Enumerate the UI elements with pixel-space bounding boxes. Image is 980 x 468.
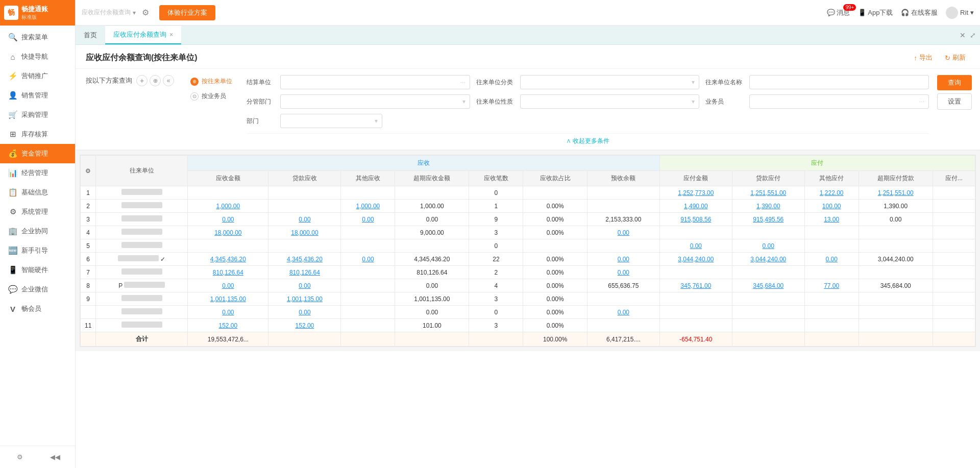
footer-settings-btn[interactable]: ⚙ [4, 450, 36, 464]
ar-loan-cell[interactable]: 4,345,436.20 [268, 253, 341, 266]
messages-btn[interactable]: 💬 消息 99+ [827, 8, 850, 17]
unit-category-input[interactable]: ▾ [520, 75, 700, 89]
export-btn[interactable]: ↑ 导出 [910, 51, 937, 64]
ar-amount-cell[interactable]: 1,000.00 [188, 200, 268, 213]
option-icon: ⊕ [190, 78, 199, 86]
tab-close-window-icon[interactable]: ✕ [960, 31, 966, 39]
ap-loan-cell[interactable]: 345,684.00 [732, 279, 804, 292]
ar-loan-cell[interactable]: 0.00 [268, 213, 341, 226]
sidebar-item-purchase[interactable]: 🛒 采购管理 [0, 105, 75, 125]
refresh-icon: ↻ [945, 54, 950, 62]
add-scheme-btn[interactable]: + [136, 75, 148, 86]
ar-amount-cell[interactable]: 810,126.64 [188, 266, 268, 279]
ar-advance-cell[interactable]: 0.00 [587, 253, 659, 266]
ap-other-cell[interactable]: 77.00 [804, 279, 859, 292]
sidebar-item-quick-nav[interactable]: ⌂ 快捷导航 [0, 47, 75, 66]
ar-advance-cell [587, 239, 659, 253]
tab-close-icon[interactable]: × [169, 31, 173, 38]
ar-amount-cell[interactable]: 0.00 [188, 213, 268, 226]
settlement-unit-input[interactable]: ··· [280, 75, 470, 89]
ar-loan-cell[interactable]: 0.00 [268, 306, 341, 319]
sidebar-item-system[interactable]: ⚙ 系统管理 [0, 202, 75, 221]
ar-loan-cell[interactable]: 0.00 [268, 279, 341, 292]
ap-amount-cell[interactable]: 1,252,773.00 [659, 186, 732, 200]
mode-btn[interactable]: ⊕ [150, 75, 161, 86]
ap-loan-cell[interactable]: 1,390.00 [732, 200, 804, 213]
tab-maximize-icon[interactable]: ⤢ [970, 31, 976, 39]
ar-other-cell [341, 306, 395, 319]
settings-btn[interactable]: 设置 [937, 93, 972, 110]
ar-ratio-cell: 0.00% [523, 253, 587, 266]
table-row: 8 P 0.00 0.00 0.00 4 0.00% 655,636.75 34… [81, 279, 975, 292]
sidebar-item-hardware[interactable]: 📱 智能硬件 [0, 260, 75, 280]
ap-amount-cell[interactable]: 345,761.00 [659, 279, 732, 292]
trial-btn[interactable]: 体验行业方案 [159, 5, 215, 20]
sidebar-item-sales[interactable]: 👤 销售管理 [0, 86, 75, 105]
ap-amount-cell[interactable]: 1,490.00 [659, 200, 732, 213]
ar-count-cell: 2 [469, 266, 523, 279]
ap-amount-cell[interactable]: 3,044,240.00 [659, 253, 732, 266]
ap-loan-cell[interactable]: 1,251,551.00 [732, 186, 804, 200]
footer-collapse-btn[interactable]: ◀◀ [40, 450, 71, 464]
sidebar-item-basic[interactable]: 📋 基础信息 [0, 183, 75, 202]
sidebar-item-inventory[interactable]: ⊞ 库存核算 [0, 125, 75, 144]
collapse-btn[interactable]: ∧ 收起更多条件 [566, 137, 609, 144]
ap-overdue-cell[interactable]: 1,251,551.00 [859, 186, 933, 200]
ar-loan-cell[interactable]: 152.00 [268, 319, 341, 332]
topbar-settings-icon[interactable]: ⚙ [142, 8, 149, 17]
breadcrumb-dropdown-icon[interactable]: ▾ [133, 9, 136, 16]
ar-amount-cell[interactable]: 152.00 [188, 319, 268, 332]
ap-other-cell[interactable]: 13.00 [804, 213, 859, 226]
ar-amount-cell[interactable]: 4,345,436.20 [188, 253, 268, 266]
ar-other-cell[interactable]: 0.00 [341, 213, 395, 226]
ar-other-cell[interactable]: 0.00 [341, 253, 395, 266]
ap-loan-cell[interactable]: 915,495.56 [732, 213, 804, 226]
sidebar-item-marketing[interactable]: ⚡ 营销推广 [0, 66, 75, 86]
collapse-scheme-btn[interactable]: « [163, 75, 174, 86]
ar-advance-cell[interactable]: 0.00 [587, 266, 659, 279]
ap-other-cell[interactable]: 100.00 [804, 200, 859, 213]
ar-advance-cell[interactable]: 0.00 [587, 306, 659, 319]
ar-loan-cell[interactable]: 18,000.00 [268, 226, 341, 239]
app-download-label: App下载 [868, 9, 893, 16]
user-menu[interactable]: Rit ▾ [946, 7, 974, 19]
ap-amount-cell[interactable]: 915,508.56 [659, 213, 732, 226]
sidebar-item-search[interactable]: 🔍 搜索菜单 [0, 28, 75, 47]
ar-advance-cell[interactable]: 0.00 [587, 226, 659, 239]
ap-other-cell[interactable]: 0.00 [804, 253, 859, 266]
sidebar-item-finance[interactable]: 💰 资金管理 [0, 144, 75, 163]
settings-col-header[interactable]: ⚙ [81, 156, 96, 186]
sidebar-item-member[interactable]: V 畅会员 [0, 299, 75, 318]
sidebar-item-wechat[interactable]: 💬 企业微信 [0, 280, 75, 299]
app-download-btn[interactable]: 📱 App下载 [858, 8, 893, 17]
ar-amount-cell[interactable]: 18,000.00 [188, 226, 268, 239]
sidebar-item-management[interactable]: 📊 经营管理 [0, 163, 75, 183]
ap-loan-cell [732, 319, 804, 332]
query-btn[interactable]: 查询 [937, 75, 972, 90]
ar-other-cell [341, 319, 395, 332]
tab-ar-ap[interactable]: 应收应付余额查询 × [105, 26, 181, 44]
dept-in-charge-input[interactable]: ▾ [280, 94, 470, 109]
ar-loan-cell[interactable]: 1,001,135.00 [268, 292, 341, 306]
row-num: 8 [81, 279, 96, 292]
ap-amount-cell[interactable]: 0.00 [659, 239, 732, 253]
search-option-by-unit[interactable]: ⊕ 按往来单位 [186, 75, 236, 88]
search-option-by-staff[interactable]: ⊙ 按业务员 [186, 90, 236, 103]
ar-other-cell[interactable]: 1,000.00 [341, 200, 395, 213]
refresh-btn[interactable]: ↻ 刷新 [941, 51, 970, 64]
online-service-btn[interactable]: 🎧 在线客服 [901, 8, 938, 17]
dept-input[interactable]: ▾ [280, 114, 382, 128]
unit-name-input[interactable] [749, 75, 929, 89]
ap-loan-cell[interactable]: 0.00 [732, 239, 804, 253]
sidebar-item-guide[interactable]: 🆕 新手引导 [0, 241, 75, 260]
ar-loan-cell[interactable]: 810,126.64 [268, 266, 341, 279]
ar-amount-cell[interactable]: 0.00 [188, 306, 268, 319]
ap-loan-cell[interactable]: 3,044,240.00 [732, 253, 804, 266]
tab-home[interactable]: 首页 [76, 27, 105, 44]
unit-nature-input[interactable]: ▾ [520, 94, 700, 109]
salesman-input[interactable]: ··· [749, 94, 929, 109]
ap-other-cell[interactable]: 1,222.00 [804, 186, 859, 200]
ar-amount-cell[interactable]: 1,001,135.00 [188, 292, 268, 306]
ar-amount-cell[interactable]: 0.00 [188, 279, 268, 292]
sidebar-item-collab[interactable]: 🏢 企业协同 [0, 221, 75, 241]
